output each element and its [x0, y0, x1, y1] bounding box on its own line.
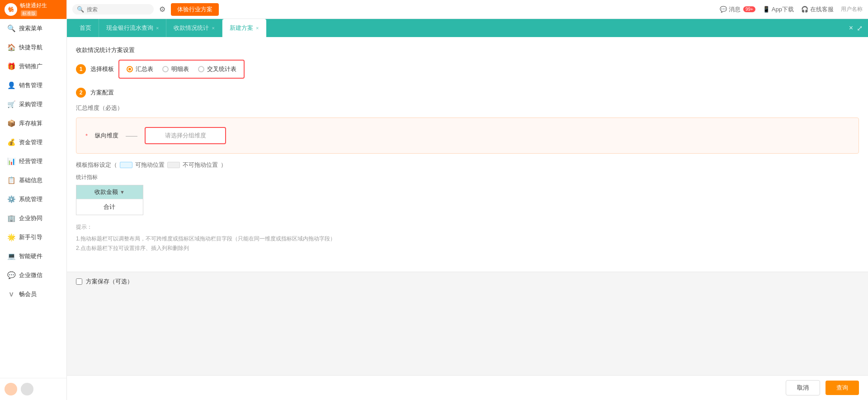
config-area: * 纵向维度 —— 请选择分组维度 [76, 118, 859, 154]
tip1: 1.拖动标题栏可以调整布局，不可跨维度或指标区域拖动栏目字段（只能在同一维度或指… [76, 234, 859, 244]
sidebar-item-search[interactable]: 🔍 搜索菜单 [0, 19, 66, 38]
message-item[interactable]: 💬 消息 99+ [720, 5, 755, 14]
dropdown-icon[interactable]: ▼ [120, 189, 125, 195]
sidebar-item-member[interactable]: V 畅会员 [0, 285, 66, 304]
chat-icon: 💬 [7, 271, 15, 279]
step1-section: 1 选择模板 汇总表 明细表 交叉统计表 [76, 60, 859, 79]
gear2-icon: ⚙️ [7, 195, 15, 203]
sidebar-item-label: 基础信息 [19, 176, 42, 184]
vertical-dimension-label: 纵向维度 [95, 132, 118, 140]
radio-detail-label: 明细表 [171, 65, 189, 73]
logo-icon: 畅 [5, 3, 17, 16]
footer-bar: 方案保存（可选） [67, 272, 868, 291]
sidebar-item-enterprise[interactable]: 🏢 企业协同 [0, 209, 66, 228]
sidebar-item-basic[interactable]: 📋 基础信息 [0, 171, 66, 190]
tab-stats[interactable]: 收款情况统计 × [166, 19, 222, 37]
step2-num: 2 [76, 88, 86, 98]
sidebar-item-sales[interactable]: 👤 销售管理 [0, 76, 66, 95]
main-content: 🔍 ⚙ 体验行业方案 💬 消息 99+ 📱 App下载 🎧 在线客服 用户名称 [67, 0, 868, 400]
close-paren: ） [221, 161, 226, 169]
service-label: 在线客服 [810, 5, 834, 14]
tips-area: 提示： 1.拖动标题栏可以调整布局，不可跨维度或指标区域拖动栏目字段（只能在同一… [76, 222, 859, 254]
sidebar-item-guide[interactable]: 🌟 新手引导 [0, 228, 66, 247]
sidebar-item-system[interactable]: ⚙️ 系统管理 [0, 190, 66, 209]
app-download-item[interactable]: 📱 App下载 [763, 5, 794, 14]
sidebar-bottom [0, 378, 66, 400]
header-cell-label: 收款金额 [94, 188, 118, 196]
tab-home[interactable]: 首页 [72, 19, 99, 37]
sidebar-item-quick-nav[interactable]: 🏠 快捷导航 [0, 38, 66, 57]
sidebar-item-label: 新手引导 [19, 233, 42, 241]
dimension-select[interactable]: 请选择分组维度 [145, 127, 226, 144]
sidebar-item-finance[interactable]: 💰 资金管理 [0, 133, 66, 152]
metrics-header-cell[interactable]: 收款金额 ▼ [76, 185, 143, 199]
avatar1[interactable] [5, 383, 17, 395]
industry-btn[interactable]: 体验行业方案 [171, 3, 219, 16]
sidebar-item-label: 营销推广 [19, 62, 42, 71]
query-button[interactable]: 查询 [826, 381, 859, 395]
sidebar-item-label: 经营管理 [19, 157, 42, 165]
metrics-section-title: 模板指标设定（ [76, 161, 117, 169]
tab-new-plan[interactable]: 新建方案 × [222, 19, 266, 37]
sidebar-item-label: 资金管理 [19, 138, 42, 146]
minimize-btn[interactable]: × [849, 24, 853, 32]
avatar2[interactable] [21, 383, 33, 395]
radio-detail[interactable]: 明细表 [162, 65, 189, 73]
gift-icon: 🎁 [7, 62, 15, 71]
tab-bank-label: 现金银行流水查询 [106, 24, 153, 32]
service-item[interactable]: 🎧 在线客服 [801, 5, 834, 14]
radio-detail-circle [162, 66, 169, 72]
radio-cross[interactable]: 交叉统计表 [198, 65, 236, 73]
sidebar-item-label: 企业协同 [19, 214, 42, 222]
tab-stats-label: 收款情况统计 [174, 24, 209, 32]
search-input[interactable] [87, 6, 146, 13]
logo-tag: 标准版 [21, 10, 37, 16]
home-icon: 🏠 [7, 43, 15, 52]
sidebar-item-label: 销售管理 [19, 81, 42, 89]
list-icon: 📋 [7, 176, 15, 184]
box-icon: 📦 [7, 119, 15, 127]
metrics-label: 统计指标 [76, 174, 859, 181]
tab-stats-close[interactable]: × [212, 25, 214, 31]
template-selection: 汇总表 明细表 交叉统计表 [118, 60, 245, 79]
tab-bank[interactable]: 现金银行流水查询 × [99, 19, 166, 37]
step1-label: 选择模板 [90, 65, 114, 73]
sidebar-item-marketing[interactable]: 🎁 营销推广 [0, 57, 66, 76]
tabs-controls: × ⤢ [849, 24, 863, 33]
content-area: 收款情况统计方案设置 1 选择模板 汇总表 明细表 [67, 37, 868, 375]
maximize-btn[interactable]: ⤢ [857, 24, 863, 33]
service-icon: 🎧 [801, 6, 808, 13]
cancel-button[interactable]: 取消 [786, 380, 820, 395]
fixed-box [167, 162, 180, 168]
save-checkbox[interactable] [76, 278, 82, 285]
fixed-label: 不可拖动位置 [183, 161, 218, 169]
tab-new-plan-close[interactable]: × [256, 25, 259, 31]
money-icon: 💰 [7, 138, 15, 146]
search-bar[interactable]: 🔍 [72, 4, 154, 14]
movable-label: 可拖动位置 [135, 161, 165, 169]
sidebar-item-wechat[interactable]: 💬 企业微信 [0, 266, 66, 285]
page-title: 收款情况统计方案设置 [76, 46, 859, 60]
laptop-icon: 💻 [7, 252, 15, 260]
tab-bank-close[interactable]: × [156, 25, 159, 31]
radio-cross-label: 交叉统计表 [207, 65, 236, 73]
radio-cross-circle [198, 66, 204, 72]
vip-icon: V [7, 291, 15, 298]
sidebar-item-label: 畅会员 [19, 290, 37, 298]
movable-box [120, 162, 132, 168]
step2-label: 方案配置 [90, 89, 114, 97]
step2-section: 2 方案配置 汇总维度（必选） * 纵向维度 —— 请选择分组维度 [76, 88, 859, 254]
sidebar-item-operation[interactable]: 📊 经营管理 [0, 152, 66, 171]
sidebar-item-hardware[interactable]: 💻 智能硬件 [0, 247, 66, 266]
logo-text: 畅捷通好生 [20, 2, 47, 9]
gear-icon[interactable]: ⚙ [159, 5, 165, 14]
sidebar-item-purchase[interactable]: 🛒 采购管理 [0, 95, 66, 114]
step2-header: 2 方案配置 [76, 88, 859, 98]
sidebar-item-label: 快捷导航 [19, 43, 42, 52]
building-icon: 🏢 [7, 214, 15, 222]
form-area: 收款情况统计方案设置 1 选择模板 汇总表 明细表 [67, 37, 868, 272]
sidebar-item-label: 智能硬件 [19, 252, 42, 260]
radio-summary[interactable]: 汇总表 [127, 65, 153, 73]
sidebar-item-inventory[interactable]: 📦 库存核算 [0, 114, 66, 133]
message-icon: 💬 [720, 6, 727, 13]
